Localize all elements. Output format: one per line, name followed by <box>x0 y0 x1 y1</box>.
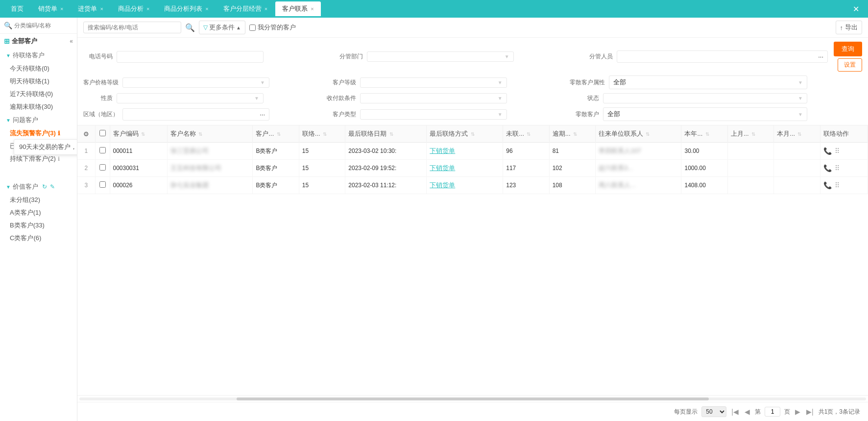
filter-label-retail-attr: 零散客户属性 <box>570 78 605 87</box>
row-1-checkbox[interactable] <box>99 147 106 153</box>
sidebar-item-ungroup[interactable]: 未分组(32) <box>0 194 77 206</box>
row-3-checkbox[interactable] <box>99 181 106 188</box>
filter-select-retail-customer[interactable]: 全部 ▼ <box>603 107 807 121</box>
sidebar-section-problem[interactable]: ▼ 问题客户 <box>0 113 77 127</box>
th-last-month-sort[interactable]: ⇅ <box>751 131 755 137</box>
more-filter-arrow: ▲ <box>236 25 241 30</box>
th-name-sort[interactable]: ⇅ <box>198 131 202 137</box>
query-button[interactable]: 查询 <box>834 42 862 56</box>
th-person-sort[interactable]: ⇅ <box>646 131 650 137</box>
pagination-bar: 每页显示 50 100 200 |◀ ◀ 第 页 ▶ ▶| 共1页，3条记录 <box>77 402 868 421</box>
th-year-sort[interactable]: ⇅ <box>705 131 709 137</box>
per-page-select[interactable]: 50 100 200 <box>701 406 726 417</box>
horizontal-scrollbar[interactable] <box>77 395 868 402</box>
sidebar-search-input[interactable] <box>14 22 73 29</box>
row-3-phone-icon[interactable]: 📞 <box>823 181 832 189</box>
page-prev-button[interactable]: ◀ <box>744 408 751 416</box>
row-2-checkbox[interactable] <box>99 164 106 171</box>
tab-product-analysis[interactable]: 商品分析 × <box>111 1 156 16</box>
customer-grade-arrow: ▼ <box>498 80 503 85</box>
sidebar-root-item[interactable]: ⊞ 全部客户 « <box>0 34 77 49</box>
row-3-action-icons: 📞 ⠿ <box>823 181 865 189</box>
row-3-type: B类客户 <box>253 177 299 194</box>
filter-select-customer-grade[interactable]: ▼ <box>360 77 507 88</box>
sidebar-section-value[interactable]: ▼ 价值客户 ↻ ✎ <box>0 180 77 194</box>
th-contact-sort[interactable]: ⇅ <box>323 131 327 137</box>
filter-funnel-icon: ▽ <box>203 24 208 31</box>
value-refresh-icon[interactable]: ↻ <box>42 183 47 190</box>
page-next-button[interactable]: ▶ <box>794 408 801 416</box>
sidebar-section-pending[interactable]: ▼ 待联络客户 <box>0 49 77 62</box>
value-edit-icon[interactable]: ✎ <box>50 183 55 190</box>
th-last-method-sort[interactable]: ⇅ <box>471 131 475 137</box>
tab-customer-tier[interactable]: 客户分层经营 × <box>217 1 274 16</box>
th-type-sort[interactable]: ⇅ <box>277 131 281 137</box>
row-2-contact: 15 <box>299 160 345 177</box>
tab-customer-contact-close[interactable]: × <box>311 6 313 12</box>
sidebar-item-tomorrow[interactable]: 明天待联络(1) <box>0 75 77 88</box>
th-code-sort[interactable]: ⇅ <box>141 131 145 137</box>
filter-search-button[interactable]: 🔍 <box>185 23 195 32</box>
filter-select-retail-attr[interactable]: 全部 ▼ <box>609 75 807 89</box>
setting-button[interactable]: 设置 <box>838 58 862 72</box>
tab-sales[interactable]: 销货单 × <box>31 1 70 16</box>
page-last-button[interactable]: ▶| <box>805 408 815 416</box>
tab-customer-tier-close[interactable]: × <box>265 6 267 12</box>
row-1-action-icons: 📞 ⠿ <box>823 147 865 155</box>
gear-icon[interactable]: ⚙ <box>83 130 89 138</box>
th-last-date-sort[interactable]: ⇅ <box>389 131 393 137</box>
row-3-more-icon[interactable]: ⠿ <box>835 181 840 189</box>
th-last-month: 上月... ⇅ <box>727 125 773 143</box>
sidebar-item-7days[interactable]: 近7天待联络(0) <box>0 88 77 100</box>
tab-product-list-close[interactable]: × <box>205 6 208 12</box>
filter-select-payment[interactable]: ▼ <box>360 93 507 103</box>
th-unlinking-sort[interactable]: ⇅ <box>527 131 530 137</box>
row-1-more-icon[interactable]: ⠿ <box>835 147 840 155</box>
my-customer-checkbox[interactable] <box>249 25 256 31</box>
row-3-method-link[interactable]: 下销货单 <box>430 181 455 189</box>
tab-purchase[interactable]: 进货单 × <box>71 1 110 16</box>
row-2-method-link[interactable]: 下销货单 <box>430 164 455 172</box>
filter-select-status[interactable]: ▼ <box>603 93 807 103</box>
tab-home[interactable]: 首页 <box>4 1 30 16</box>
sidebar-item-class-a[interactable]: A类客户(1) <box>0 206 77 219</box>
tab-purchase-close[interactable]: × <box>100 6 103 12</box>
page-first-button[interactable]: |◀ <box>730 408 740 416</box>
filter-select-customer-type[interactable]: ▼ <box>360 109 507 120</box>
page-input[interactable] <box>765 407 780 417</box>
sidebar-collapse-icon[interactable]: « <box>70 38 73 45</box>
filter-select-price-grade[interactable]: ▼ <box>122 77 269 88</box>
select-all-checkbox[interactable] <box>99 130 106 136</box>
sidebar-item-class-b[interactable]: B类客户(33) <box>0 219 77 232</box>
scroll-thumb[interactable] <box>237 397 709 400</box>
filter-select-dept[interactable]: ▼ <box>367 51 514 62</box>
sidebar-search-area: 🔍 <box>0 18 77 34</box>
sidebar-item-class-c[interactable]: C类客户(6) <box>0 232 77 245</box>
row-2-more-icon[interactable]: ⠿ <box>835 164 840 172</box>
sidebar-item-today[interactable]: 今天待联络(0) <box>0 62 77 75</box>
row-1-method-link[interactable]: 下销货单 <box>430 147 455 154</box>
filter-select-region[interactable]: ··· <box>122 108 269 121</box>
th-this-month-sort[interactable]: ⇅ <box>797 131 801 137</box>
sidebar-item-overdue[interactable]: 逾期未联络(30) <box>0 100 77 113</box>
more-filter-button[interactable]: ▽ 更多条件 ▲ <box>199 21 245 34</box>
sidebar-item-declining-label: 持续下滑客户(2) <box>10 154 56 163</box>
row-2-phone-icon[interactable]: 📞 <box>823 164 832 172</box>
filter-select-person[interactable]: ··· <box>617 50 828 63</box>
tab-customer-contact[interactable]: 客户联系 × <box>275 1 320 16</box>
row-2-unlinking: 117 <box>503 160 549 177</box>
row-1-phone-icon[interactable]: 📞 <box>823 147 832 155</box>
export-button[interactable]: ↑ 导出 <box>836 21 863 34</box>
tab-product-analysis-close[interactable]: × <box>146 6 149 12</box>
filter-input-phone[interactable] <box>117 51 264 63</box>
my-customer-checkbox-area[interactable]: 我分管的客户 <box>249 23 296 32</box>
tab-product-list[interactable]: 商品分析列表 × <box>157 1 215 16</box>
filter-search-input[interactable] <box>83 22 181 33</box>
filter-label-nature: 性质 <box>83 94 113 102</box>
filter-select-nature[interactable]: ▼ <box>117 93 264 103</box>
tab-sales-close[interactable]: × <box>60 6 63 12</box>
sidebar-item-churn-warning[interactable]: 流失预警客户(3) ℹ <box>0 127 77 140</box>
row-2-this-month <box>774 160 820 177</box>
th-overdue-sort[interactable]: ⇅ <box>573 131 577 137</box>
window-close-button[interactable]: ✕ <box>848 4 864 14</box>
